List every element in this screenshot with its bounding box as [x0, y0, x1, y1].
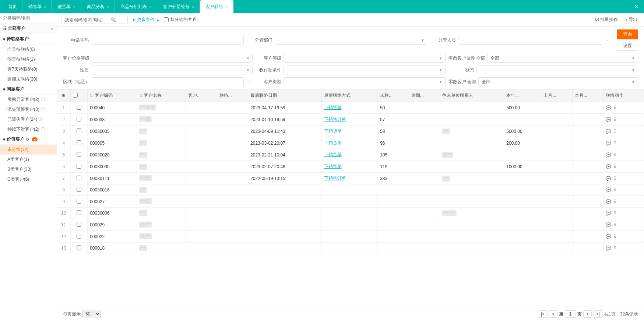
row-checkbox[interactable] — [77, 152, 81, 157]
row-checkbox-cell[interactable] — [70, 219, 88, 231]
row-checkbox-cell[interactable] — [70, 208, 88, 219]
my-customers-check[interactable] — [164, 17, 169, 22]
status-select[interactable] — [476, 66, 638, 74]
close-product-list-tab[interactable]: × — [149, 4, 151, 9]
contact-way-link[interactable]: 下销售订单 — [324, 176, 346, 181]
batch-op-btn[interactable]: ☑ 批量操作 — [593, 15, 620, 24]
nature-select[interactable] — [91, 66, 253, 74]
close-segment-tab[interactable]: × — [192, 4, 194, 9]
nav-sales[interactable]: 销售单 × — [23, 0, 52, 13]
nav-product-analysis-list[interactable]: 商品分析列表 × — [115, 0, 157, 13]
main-search-input[interactable] — [65, 17, 109, 22]
nav-home[interactable]: 首页 — [3, 0, 22, 13]
last-contact-way-cell[interactable] — [321, 219, 378, 231]
grid-action-icon[interactable]: ⠿ — [613, 211, 617, 216]
last-contact-way-cell[interactable]: 下销货单 — [321, 137, 378, 149]
action-cell[interactable]: 💬⠿ — [603, 114, 644, 126]
contact-way-link[interactable]: 下销货单 — [324, 128, 342, 134]
name-col-header[interactable]: ⇅ 客户名称 — [137, 89, 186, 102]
action-cell[interactable]: 💬⠿ — [603, 149, 644, 161]
scatter-attr-select[interactable]: 全部 — [487, 54, 638, 63]
last-month-col-header[interactable]: 上月... — [541, 89, 572, 102]
grid-action-icon[interactable]: ⠿ — [613, 246, 617, 251]
row-checkbox[interactable] — [77, 128, 81, 133]
per-page-select[interactable]: 50 100 — [82, 310, 101, 318]
last-contact-way-cell[interactable]: 下销售订单 — [321, 114, 378, 126]
last-contact-way-cell[interactable] — [321, 231, 378, 243]
chat-icon[interactable]: 💬 — [606, 141, 611, 146]
this-month-col-header[interactable]: 本月... — [572, 89, 603, 102]
row-checkbox[interactable] — [77, 234, 81, 239]
payment-select[interactable] — [284, 66, 445, 74]
customer-type-select[interactable] — [284, 77, 445, 86]
collapse-icon[interactable]: « — [51, 26, 54, 32]
row-checkbox[interactable] — [77, 117, 81, 121]
main-search-icon[interactable]: 🔍 — [110, 17, 116, 22]
contact-way-link[interactable]: 下销售订单 — [324, 117, 346, 122]
pending-contact-group[interactable]: ▾ 待联络客户 — [0, 34, 57, 45]
sidebar-item-ungroups[interactable]: 未分组(32) — [0, 145, 57, 155]
contact-col-header[interactable]: 联络... — [217, 89, 248, 102]
chat-icon[interactable]: 💬 — [606, 117, 611, 122]
chat-icon[interactable]: 💬 — [606, 129, 611, 134]
region-dots[interactable]: ··· — [246, 79, 253, 84]
last-contact-way-cell[interactable] — [321, 243, 378, 254]
chat-icon[interactable]: 💬 — [606, 187, 611, 193]
phone-input[interactable] — [91, 36, 244, 45]
last-contact-way-col-header[interactable]: 最后联络方式 — [321, 89, 378, 102]
dept-select[interactable] — [275, 36, 427, 45]
contact-way-link[interactable]: 下销货单 — [324, 105, 342, 110]
sidebar-item-today[interactable]: 今天待联络(0) — [0, 45, 57, 54]
close-purchase-tab[interactable]: × — [73, 4, 75, 9]
last-contact-way-cell[interactable] — [321, 208, 378, 219]
action-cell[interactable]: 💬⠿ — [603, 196, 644, 208]
row-checkbox[interactable] — [77, 105, 81, 110]
grid-action-icon[interactable]: ⠿ — [613, 164, 617, 169]
last-contact-way-cell[interactable]: 下销售订单 — [321, 173, 378, 184]
overdue-col-header[interactable]: 逾期... — [409, 89, 440, 102]
row-checkbox-cell[interactable] — [70, 126, 88, 137]
grid-action-icon[interactable]: ⠿ — [613, 141, 617, 146]
last-contact-way-cell[interactable] — [321, 184, 378, 196]
row-checkbox[interactable] — [77, 187, 81, 192]
last-contact-way-cell[interactable]: 下销货单 — [321, 161, 378, 173]
row-checkbox-cell[interactable] — [70, 102, 88, 114]
action-cell[interactable]: 💬⠿ — [603, 161, 644, 173]
row-checkbox[interactable] — [77, 176, 81, 180]
action-cell[interactable]: 💬⠿ — [603, 126, 644, 137]
grid-action-icon[interactable]: ⠿ — [613, 152, 617, 158]
sidebar-item-c-class[interactable]: C类客户(6) — [0, 174, 57, 184]
row-checkbox-cell[interactable] — [70, 149, 88, 161]
chat-icon[interactable]: 💬 — [606, 176, 611, 181]
scatter-customer-select[interactable]: 全部 — [478, 77, 638, 86]
sidebar-item-b-class[interactable]: B类客户(33) — [0, 165, 57, 174]
unit-contact-col-header[interactable]: 往来单位联系人 — [440, 89, 504, 102]
sidebar-item-a-class[interactable]: A类客户(1) — [0, 155, 57, 165]
last-contact-way-cell[interactable]: 下销货单 — [321, 102, 378, 114]
grid-action-icon[interactable]: ⠿ — [613, 176, 617, 181]
all-customers-header[interactable]: ⠿ 全部客户 « — [0, 23, 57, 34]
sidebar-item-churn-warning[interactable]: 流失预警客户(3) ⓘ — [0, 105, 57, 114]
sidebar-item-overdue[interactable]: 逾期未联络(30) — [0, 74, 57, 84]
sidebar-search-input[interactable] — [3, 15, 57, 21]
last-contact-way-cell[interactable]: 下销货单 — [321, 126, 378, 137]
sidebar-item-7days[interactable]: 近7天待联络(0) — [0, 64, 57, 74]
value-customers-group[interactable]: ▾ 价值客户 ⟳ ● — [0, 134, 57, 145]
my-customers-checkbox[interactable]: 我分管的客户 — [164, 17, 197, 23]
sidebar-search-box[interactable]: 🔍 — [0, 13, 57, 23]
customer-level-select[interactable] — [284, 54, 445, 63]
main-search-box[interactable]: 🔍 — [61, 16, 128, 24]
last-contact-way-cell[interactable] — [321, 196, 378, 208]
row-checkbox[interactable] — [77, 140, 81, 145]
row-checkbox-cell[interactable] — [70, 114, 88, 126]
code-col-header[interactable]: ⇅ 客户编码 — [88, 89, 137, 102]
row-checkbox-cell[interactable] — [70, 196, 88, 208]
row-checkbox[interactable] — [77, 164, 81, 169]
close-product-tab[interactable]: × — [107, 4, 109, 9]
contact-way-link[interactable]: 下销货单 — [324, 152, 342, 157]
action-cell[interactable]: 💬⠿ — [603, 231, 644, 243]
last-contact-date-col-header[interactable]: 最后联络日期 — [248, 89, 322, 102]
last-page-btn[interactable]: >| — [593, 310, 603, 318]
chat-icon[interactable]: 💬 — [606, 199, 611, 204]
page-number-input[interactable] — [565, 310, 576, 318]
